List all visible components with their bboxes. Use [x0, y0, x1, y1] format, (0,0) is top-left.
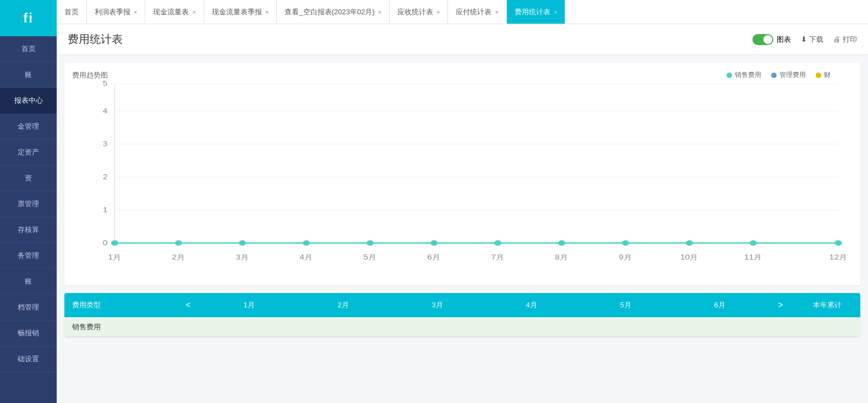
nav-next-icon[interactable]: > — [778, 300, 783, 310]
tab-close-blank-report[interactable]: × — [378, 9, 381, 15]
tab-bar: 首页 利润表季报 × 现金流量表 × 现金流量表季报 × 查看_空白报表(202… — [57, 0, 868, 24]
sidebar: fi 首页 账 报表中心 金管理 定资产 资 票管理 存核算 务管理 账 档管理… — [0, 0, 57, 403]
svg-text:11月: 11月 — [744, 253, 762, 261]
sidebar-item-account[interactable]: 账 — [0, 62, 57, 88]
tab-receivable[interactable]: 应收统计表 × — [390, 0, 448, 24]
chart-toggle[interactable] — [752, 34, 773, 45]
sidebar-item-ledger[interactable]: 账 — [0, 269, 57, 295]
svg-text:4: 4 — [103, 107, 108, 115]
nav-prev-icon[interactable]: < — [185, 300, 190, 310]
tab-close-profit[interactable]: × — [134, 9, 137, 15]
sidebar-item-base-settings[interactable]: 础设置 — [0, 346, 57, 372]
td-m3 — [390, 317, 484, 336]
page-title: 费用统计表 — [68, 32, 123, 47]
download-icon: ⬇ — [801, 35, 807, 43]
tab-home[interactable]: 首页 — [57, 0, 87, 24]
svg-text:9月: 9月 — [619, 253, 632, 261]
td-m1 — [202, 317, 296, 336]
table-header-row: 费用类型 < 1月 2月 3月 4月 5月 6月 > 本年累计 — [64, 293, 860, 317]
main-area: 首页 利润表季报 × 现金流量表 × 现金流量表季报 × 查看_空白报表(202… — [57, 0, 868, 403]
tab-cashflow-quarter[interactable]: 现金流量表季报 × — [204, 0, 277, 24]
chart-point-11 — [750, 240, 757, 246]
th-month1: 1月 — [202, 293, 296, 317]
chart-point-12 — [835, 240, 842, 246]
sidebar-logo: fi — [0, 0, 57, 36]
tab-profit-report[interactable]: 利润表季报 × — [87, 0, 145, 24]
td-type: 销售费用 — [64, 317, 174, 336]
svg-text:4月: 4月 — [299, 253, 313, 261]
tab-expense-stats[interactable]: 费用统计表 × — [507, 0, 565, 24]
svg-text:1: 1 — [103, 206, 108, 214]
chart-section: 费用趋势图 销售费用 管理费用 财 — [64, 63, 860, 285]
download-label: 下载 — [809, 35, 823, 45]
tab-close-expense-stats[interactable]: × — [554, 9, 557, 15]
tab-close-cashflow[interactable]: × — [192, 9, 195, 15]
svg-text:3: 3 — [103, 140, 108, 148]
tab-cashflow[interactable]: 现金流量表 × — [145, 0, 204, 24]
chart-svg-wrap: 0 1 2 3 4 5 — [72, 73, 853, 278]
header-actions: 图表 ⬇ 下载 🖨 打印 — [752, 34, 857, 45]
td-m2 — [296, 317, 390, 336]
tab-close-receivable[interactable]: × — [436, 9, 440, 15]
chart-svg: 0 1 2 3 4 5 — [72, 73, 853, 276]
th-nav-next[interactable]: > — [767, 293, 794, 317]
svg-text:7月: 7月 — [491, 253, 504, 261]
tab-close-cashflow-quarter[interactable]: × — [265, 9, 269, 15]
chart-point-9 — [622, 240, 629, 246]
th-month5: 5月 — [578, 293, 673, 317]
sidebar-item-ticket-manage[interactable]: 票管理 — [0, 191, 57, 217]
th-year-total: 本年累计 — [794, 293, 860, 317]
sidebar-item-inventory[interactable]: 存核算 — [0, 217, 57, 243]
chart-point-3 — [239, 240, 246, 246]
chart-point-10 — [686, 240, 693, 246]
chart-point-2 — [175, 240, 182, 246]
sidebar-item-business-manage[interactable]: 务管理 — [0, 243, 57, 269]
page-header: 费用统计表 图表 ⬇ 下载 🖨 打印 — [57, 24, 868, 55]
svg-text:1月: 1月 — [108, 253, 121, 261]
th-month6: 6月 — [673, 293, 767, 317]
sidebar-item-expense[interactable]: 畅报销 — [0, 321, 57, 346]
svg-text:10月: 10月 — [680, 253, 698, 261]
td-m6 — [673, 317, 767, 336]
td-m4 — [484, 317, 578, 336]
print-button[interactable]: 🖨 打印 — [833, 35, 857, 45]
sidebar-item-home[interactable]: 首页 — [0, 36, 57, 62]
tab-close-payable[interactable]: × — [495, 9, 498, 15]
table-section: 费用类型 < 1月 2月 3月 4月 5月 6月 > 本年累计 销售费用 — [64, 293, 860, 337]
page-content: 费用统计表 图表 ⬇ 下载 🖨 打印 费用趋势图 — [57, 24, 868, 403]
chart-toggle-wrap: 图表 — [752, 34, 791, 45]
chart-point-4 — [303, 240, 310, 246]
chart-point-6 — [430, 240, 438, 246]
chart-point-8 — [558, 240, 565, 246]
th-month3: 3月 — [390, 293, 484, 317]
th-month4: 4月 — [484, 293, 578, 317]
chart-point-1 — [111, 240, 118, 246]
td-nav-space2 — [767, 317, 794, 336]
svg-text:8月: 8月 — [555, 253, 568, 261]
svg-text:12月: 12月 — [829, 253, 848, 261]
tab-blank-report[interactable]: 查看_空白报表(2023年02月) × — [277, 0, 390, 24]
chart-point-5 — [367, 240, 374, 246]
td-year-total — [794, 317, 860, 336]
sidebar-item-file-manage[interactable]: 档管理 — [0, 295, 57, 321]
tab-payable[interactable]: 应付统计表 × — [448, 0, 506, 24]
svg-text:2月: 2月 — [172, 253, 185, 261]
svg-text:0: 0 — [103, 239, 108, 247]
td-nav-space — [174, 317, 202, 336]
th-nav-prev[interactable]: < — [174, 293, 202, 317]
chart-wrapper: 费用趋势图 销售费用 管理费用 财 — [72, 70, 853, 278]
sidebar-item-fund-manage[interactable]: 金管理 — [0, 114, 57, 140]
svg-text:3月: 3月 — [236, 253, 249, 261]
sidebar-item-resource[interactable]: 资 — [0, 165, 57, 191]
sidebar-item-fixed-assets[interactable]: 定资产 — [0, 140, 57, 165]
th-type: 费用类型 — [64, 293, 174, 317]
print-icon: 🖨 — [833, 35, 840, 43]
download-button[interactable]: ⬇ 下载 — [801, 35, 823, 45]
chart-toggle-label: 图表 — [777, 35, 791, 45]
th-month2: 2月 — [296, 293, 390, 317]
table-row: 销售费用 — [64, 317, 860, 337]
chart-point-7 — [494, 240, 501, 246]
svg-text:6月: 6月 — [427, 253, 440, 261]
sidebar-item-report-center[interactable]: 报表中心 — [0, 88, 57, 114]
svg-text:5月: 5月 — [363, 253, 376, 261]
